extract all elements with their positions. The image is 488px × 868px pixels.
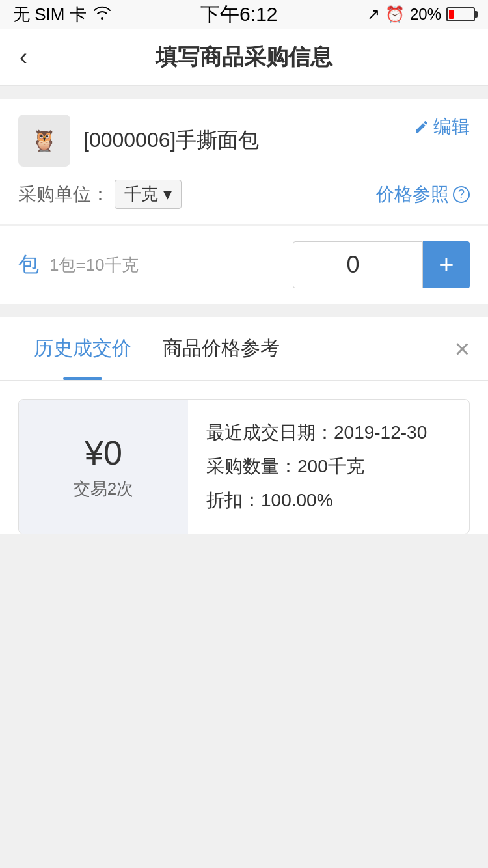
location-icon: ↗	[367, 5, 380, 23]
product-logo-icon: 🦉	[31, 128, 57, 153]
tabs-row: 历史成交价 商品价格参考 ×	[0, 317, 488, 381]
history-card: ¥0 交易2次 最近成交日期：2019-12-30 采购数量：200千克 折扣：…	[18, 399, 470, 534]
product-card: 🦉 [0000006]手撕面包 编辑 采购单位： 千克 ▾ 价格参照 ?	[0, 99, 488, 224]
product-header: 🦉 [0000006]手撕面包 编辑	[18, 115, 470, 167]
tab-history-price[interactable]: 历史成交价	[18, 317, 147, 380]
edit-icon	[414, 119, 429, 135]
quantity-plus-button[interactable]: +	[423, 241, 470, 288]
history-recent-date-row: 最近成交日期：2019-12-30	[206, 420, 451, 445]
quantity-section: 包 1包=10千克 +	[0, 226, 488, 304]
unit-label: 采购单位：	[18, 182, 109, 207]
panel-section: 历史成交价 商品价格参考 × ¥0 交易2次 最近成交日期：2019-12-30…	[0, 317, 488, 534]
quantity-input-wrap: +	[293, 241, 470, 288]
wifi-icon	[93, 5, 111, 25]
panel-close-button[interactable]: ×	[455, 336, 470, 362]
alarm-icon: ⏰	[385, 5, 405, 23]
product-thumbnail: 🦉	[18, 115, 70, 167]
history-quantity-row: 采购数量：200千克	[206, 454, 451, 479]
history-discount-row: 折扣：100.00%	[206, 488, 451, 513]
unit-conversion: 1包=10千克	[49, 254, 139, 277]
dropdown-icon: ▾	[163, 184, 172, 204]
tab-product-price-ref[interactable]: 商品价格参考	[147, 317, 295, 380]
battery-icon	[446, 7, 475, 21]
battery-percentage: 20%	[410, 5, 441, 23]
status-time: 下午6:12	[200, 1, 277, 28]
nav-bar: ‹ 填写商品采购信息	[0, 29, 488, 86]
quantity-input[interactable]	[293, 241, 423, 288]
history-price: ¥0	[85, 433, 122, 472]
product-left: 🦉 [0000006]手撕面包	[18, 115, 259, 167]
back-button[interactable]: ‹	[20, 44, 27, 71]
unit-badge: 包	[18, 251, 39, 279]
page-title: 填写商品采购信息	[156, 42, 332, 72]
edit-button[interactable]: 编辑	[414, 115, 470, 139]
product-unit-row: 采购单位： 千克 ▾ 价格参照 ?	[18, 180, 470, 209]
carrier-text: 无 SIM 卡	[13, 3, 87, 26]
price-ref-button[interactable]: 价格参照 ?	[376, 182, 470, 207]
history-card-left: ¥0 交易2次	[19, 400, 188, 534]
unit-left: 采购单位： 千克 ▾	[18, 180, 182, 209]
status-right: ↗ ⏰ 20%	[367, 5, 475, 23]
product-name: [0000006]手撕面包	[83, 126, 259, 155]
status-bar: 无 SIM 卡 下午6:12 ↗ ⏰ 20%	[0, 0, 488, 29]
unit-selector[interactable]: 千克 ▾	[115, 180, 182, 209]
quantity-left: 包 1包=10千克	[18, 251, 139, 279]
status-left: 无 SIM 卡	[13, 3, 111, 26]
price-ref-help-icon: ?	[453, 186, 470, 203]
history-transactions: 交易2次	[74, 478, 133, 500]
history-card-right: 最近成交日期：2019-12-30 采购数量：200千克 折扣：100.00%	[188, 400, 469, 534]
